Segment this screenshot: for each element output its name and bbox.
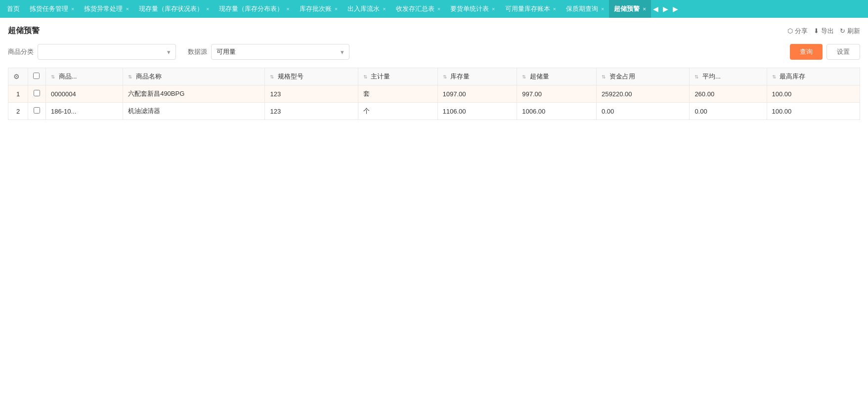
datasource-filter-group: 数据源 可用量 ▾: [188, 44, 349, 60]
top-navigation: 首页 拣货任务管理 × 拣货异常处理 × 现存量（库存状况表） × 现存量（库存…: [0, 0, 868, 18]
refresh-icon: ↻: [840, 27, 845, 35]
sort-icon: ⇅: [772, 74, 776, 79]
nav-receive-summary[interactable]: 收发存汇总表 ×: [391, 0, 445, 18]
sort-icon: ⇅: [602, 74, 606, 79]
close-icon[interactable]: ×: [553, 0, 556, 18]
nav-prev-button[interactable]: ◀: [651, 0, 661, 18]
cell-spec: 123: [265, 85, 358, 103]
row-checkbox-cell: [28, 85, 46, 103]
datasource-label: 数据源: [188, 47, 207, 56]
row-checkbox-cell: [28, 103, 46, 120]
row-checkbox[interactable]: [34, 90, 40, 96]
th-max-stock[interactable]: ⇅ 最高库存: [767, 68, 860, 85]
cell-spec: 123: [265, 103, 358, 120]
th-avg[interactable]: ⇅ 平均...: [690, 68, 767, 85]
close-icon[interactable]: ×: [335, 0, 338, 18]
page-header: 超储预警 ⬡ 分享 ⬇ 导出 ↻ 刷新: [8, 26, 860, 36]
nav-pick-abnormal[interactable]: 拣货异常处理 ×: [79, 0, 133, 18]
cell-product-name: 机油滤清器: [123, 103, 265, 120]
nav-inout-flow[interactable]: 出入库流水 ×: [343, 0, 391, 18]
category-label: 商品分类: [8, 47, 34, 56]
export-icon: ⬇: [814, 27, 819, 35]
nav-home[interactable]: 首页: [2, 0, 25, 18]
sort-icon: ⇅: [51, 74, 55, 79]
close-icon[interactable]: ×: [492, 0, 495, 18]
sort-icon: ⇅: [270, 74, 274, 79]
cell-max-stock: 100.00: [767, 85, 860, 103]
row-number: 2: [8, 103, 28, 120]
nav-order-stats[interactable]: 要货单统计表 ×: [445, 0, 500, 18]
header-actions: ⬡ 分享 ⬇ 导出 ↻ 刷新: [787, 27, 860, 36]
cell-product-name: 六配套新昌490BPG: [123, 85, 265, 103]
close-icon[interactable]: ×: [286, 0, 289, 18]
datasource-select[interactable]: 可用量 ▾: [211, 44, 349, 60]
share-icon: ⬡: [787, 27, 793, 35]
close-icon[interactable]: ×: [383, 0, 386, 18]
cell-avg: 260.00: [690, 85, 767, 103]
select-all-checkbox[interactable]: [33, 73, 40, 79]
cell-capital: 0.00: [597, 103, 690, 120]
filter-bar: 商品分类 ▾ 数据源 可用量 ▾ 查询 设置: [8, 44, 860, 60]
nav-next-button[interactable]: ▶: [661, 0, 671, 18]
close-icon[interactable]: ×: [601, 0, 604, 18]
th-capital[interactable]: ⇅ 资金占用: [597, 68, 690, 85]
filter-actions: 查询 设置: [790, 44, 860, 60]
close-icon[interactable]: ×: [206, 0, 209, 18]
close-icon[interactable]: ×: [437, 0, 440, 18]
refresh-button[interactable]: ↻ 刷新: [840, 27, 860, 36]
row-number: 1: [8, 85, 28, 103]
cell-product-code: 0000004: [46, 85, 123, 103]
th-product-code[interactable]: ⇅ 商品...: [46, 68, 123, 85]
cell-product-code: 186-10...: [46, 103, 123, 120]
th-gear[interactable]: ⚙: [8, 68, 28, 85]
cell-unit: 套: [358, 85, 437, 103]
table-row: 2 186-10... 机油滤清器 123 个 1106.00 1006.00 …: [8, 103, 860, 120]
nav-available-stock[interactable]: 可用量库存账本 ×: [500, 0, 561, 18]
th-stock[interactable]: ⇅ 库存量: [437, 68, 517, 85]
cell-max-stock: 100.00: [767, 103, 860, 120]
sort-icon: ⇅: [363, 74, 367, 79]
nav-overstock-warning[interactable]: 超储预警 ×: [609, 0, 651, 18]
row-checkbox[interactable]: [34, 107, 40, 114]
close-icon[interactable]: ×: [643, 0, 646, 18]
nav-expiry-query[interactable]: 保质期查询 ×: [561, 0, 609, 18]
table-header-row: ⚙ ⇅ 商品... ⇅ 商品名称 ⇅ 规格型号 ⇅: [8, 68, 860, 85]
sort-icon: ⇅: [694, 74, 698, 79]
settings-button[interactable]: 设置: [826, 44, 860, 60]
th-unit[interactable]: ⇅ 主计量: [358, 68, 437, 85]
cell-overstock: 997.00: [517, 85, 597, 103]
nav-stock-dist[interactable]: 现存量（库存分布表） ×: [214, 0, 294, 18]
sort-icon: ⇅: [128, 74, 132, 79]
data-table: ⚙ ⇅ 商品... ⇅ 商品名称 ⇅ 规格型号 ⇅: [8, 68, 860, 120]
chevron-down-icon: ▾: [167, 48, 171, 56]
table-row: 1 0000004 六配套新昌490BPG 123 套 1097.00 997.…: [8, 85, 860, 103]
th-product-name[interactable]: ⇅ 商品名称: [123, 68, 265, 85]
sort-icon: ⇅: [443, 74, 447, 79]
nav-pick-task[interactable]: 拣货任务管理 ×: [25, 0, 79, 18]
page-content: 超储预警 ⬡ 分享 ⬇ 导出 ↻ 刷新 商品分类 ▾ 数据源: [0, 18, 868, 395]
export-button[interactable]: ⬇ 导出: [814, 27, 834, 36]
page-title: 超储预警: [8, 26, 40, 36]
nav-stock-status[interactable]: 现存量（库存状况表） ×: [134, 0, 214, 18]
nav-more-button[interactable]: ▶: [671, 0, 681, 18]
th-overstock[interactable]: ⇅ 超储量: [517, 68, 597, 85]
close-icon[interactable]: ×: [126, 0, 129, 18]
cell-avg: 0.00: [690, 103, 767, 120]
category-filter-group: 商品分类 ▾: [8, 44, 176, 60]
cell-unit: 个: [358, 103, 437, 120]
cell-stock: 1106.00: [437, 103, 517, 120]
sort-icon: ⇅: [522, 74, 526, 79]
share-button[interactable]: ⬡ 分享: [787, 27, 808, 36]
close-icon[interactable]: ×: [71, 0, 74, 18]
category-select[interactable]: ▾: [38, 44, 176, 60]
nav-batch-account[interactable]: 库存批次账 ×: [295, 0, 343, 18]
datasource-select-value: 可用量: [217, 47, 236, 56]
chevron-down-icon: ▾: [341, 48, 344, 56]
cell-capital: 259220.00: [597, 85, 690, 103]
th-checkbox: [28, 68, 46, 85]
th-spec[interactable]: ⇅ 规格型号: [265, 68, 358, 85]
cell-overstock: 1006.00: [517, 103, 597, 120]
gear-icon[interactable]: ⚙: [13, 73, 20, 80]
query-button[interactable]: 查询: [790, 44, 823, 60]
cell-stock: 1097.00: [437, 85, 517, 103]
